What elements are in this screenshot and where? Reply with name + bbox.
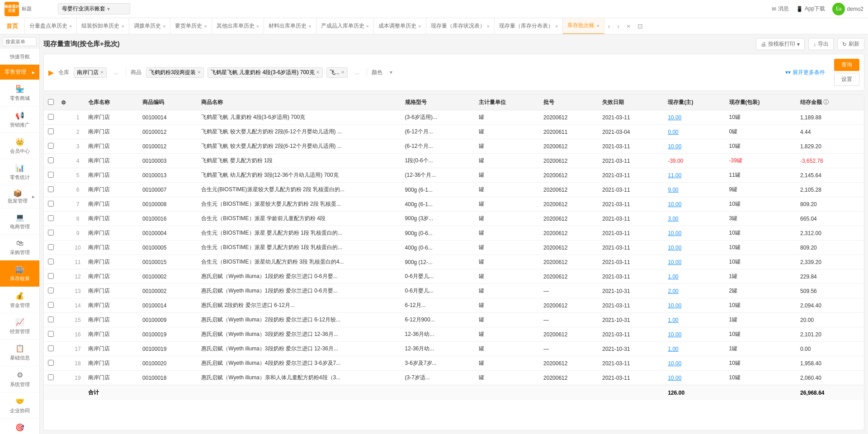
row-checkbox[interactable] [48,201,54,207]
tab-close-icon[interactable]: × [256,24,259,29]
row-checkbox[interactable] [48,230,54,236]
row-qty-main[interactable]: 11.00 [664,168,725,183]
row-qty-main[interactable]: 1.00 [664,313,725,327]
row-checkbox[interactable] [48,172,54,178]
row-checkbox[interactable] [48,244,54,250]
row-qty-main[interactable]: 0.00 [664,125,725,139]
sidebar-item-marketing[interactable]: 📢 营销推广 [0,107,39,133]
refresh-btn[interactable]: ↻ 刷新 [837,38,864,50]
row-checkbox[interactable] [48,360,54,366]
user-avatar[interactable]: Ea demo2 [832,3,863,15]
row-qty-main[interactable]: 3.00 [664,212,725,226]
product-tag-1[interactable]: 飞鹤奶粉3段两提装 × [146,67,204,78]
tab-close-icon[interactable]: × [418,24,421,29]
row-qty-main[interactable]: 9.00 [664,183,725,197]
sidebar-item-guide[interactable]: 🎯 新手引导 [0,419,39,434]
tab-expand-btn[interactable]: ⊡ [634,23,646,30]
row-qty-main[interactable]: 10.00 [664,298,725,313]
row-checkbox[interactable] [48,259,54,264]
sidebar-item-enterprise[interactable]: 🤝 企业协同 [0,392,39,419]
sidebar-item-member[interactable]: 👑 会员中心 [0,133,39,159]
sidebar-item-operations[interactable]: 📈 经营管理 [0,313,39,340]
tab-item[interactable]: 现存量（库存状况表） × [426,18,495,34]
tab-item[interactable]: 现存量（库存分布表） × [495,18,563,34]
row-qty-main[interactable]: -39.00 [664,154,725,168]
setting-btn[interactable]: 设置 [834,73,859,86]
row-checkbox[interactable] [48,374,54,380]
print-btn[interactable]: 🖨 按模板打印 ▾ [756,38,805,50]
tab-item[interactable]: 组装拆卸单历史 × [77,18,129,34]
tab-item[interactable]: 材料出库单历史 × [264,18,316,34]
row-checkbox[interactable] [48,128,54,134]
tab-close-icon[interactable]: × [487,24,490,29]
row-checkbox[interactable] [48,114,54,120]
product-tag-2[interactable]: 飞鹤星飞帆 儿童奶粉 4段(3-6岁适用) 700克 × [208,67,323,78]
tag-close-icon[interactable]: × [316,69,320,75]
tab-close-icon[interactable]: × [163,24,165,29]
row-qty-main[interactable]: 10.00 [664,356,725,371]
export-btn[interactable]: ↓ 导出 [808,38,834,50]
sidebar-item-system[interactable]: ⚙ 系统管理 [0,366,39,392]
sidebar-item-retail-mall[interactable]: 🏪 零售商城 [0,80,39,106]
tab-item[interactable]: 要货单历史 × [170,18,212,34]
expand-conditions-btn[interactable]: ▾▾ 展开更多条件 [785,69,825,76]
row-checkbox[interactable] [48,157,54,163]
tab-close-icon[interactable]: × [366,24,369,29]
tab-item[interactable]: 分量盘点单历史 × [25,18,77,34]
select-all-checkbox[interactable] [48,99,54,105]
tab-item[interactable]: 调拨单历史 × [129,18,170,34]
org-selector[interactable]: 母婴行业演示账套 ▾ [58,3,130,14]
tag-close-icon[interactable]: × [341,69,344,75]
row-checkbox[interactable] [48,316,54,322]
row-qty-main[interactable]: 1.00 [664,269,725,284]
sidebar-item-retail-mgmt[interactable]: 零售管理 ▸ [0,65,39,80]
sidebar-item-inventory[interactable]: 🏬 库存核算 [0,260,39,287]
tab-prev-btn[interactable]: ‹ [604,23,614,30]
sidebar-item-finance[interactable]: 💰 资金管理 [0,287,39,313]
tab-close-icon[interactable]: × [308,24,311,29]
tag-close-icon[interactable]: × [100,69,104,75]
sidebar-item-wholesale[interactable]: 📦 批发管理 ▸ [0,185,39,208]
row-checkbox[interactable] [48,302,54,308]
tab-close-all-btn[interactable]: × [623,23,634,30]
tab-item[interactable]: 其他出库单历史 × [212,18,264,34]
more-warehouse-btn[interactable]: ... [111,68,121,76]
row-qty-main[interactable]: 10.00 [664,139,725,154]
warehouse-tag[interactable]: 南岸门店 × [74,67,107,78]
settings-icon[interactable]: ⚙ [61,99,66,106]
row-qty-main[interactable]: 10.00 [664,371,725,385]
sidebar-item-purchase[interactable]: 🛍 采购管理 [0,235,39,260]
row-qty-main[interactable]: 2.00 [664,284,725,298]
row-checkbox[interactable] [48,288,54,293]
product-tag-more[interactable]: 飞... × [326,67,348,78]
row-qty-main[interactable]: 10.00 [664,197,725,212]
tab-item[interactable]: 产成品入库单历史 × [316,18,374,34]
more-product-btn[interactable]: ... [352,68,362,76]
row-qty-main[interactable]: 10.00 [664,327,725,342]
row-qty-main[interactable]: 10.00 [664,110,725,125]
app-download-btn[interactable]: 📱 App下载 [796,5,825,13]
search-input[interactable] [3,37,37,46]
row-checkbox[interactable] [48,273,54,279]
tab-close-icon[interactable]: × [204,24,207,29]
tab-item[interactable]: 成本调整单历史 × [374,18,426,34]
tab-current[interactable]: 库存批次账 × [563,18,604,34]
tab-close-icon[interactable]: × [555,24,558,29]
row-checkbox[interactable] [48,331,54,337]
tag-close-icon[interactable]: × [198,69,201,75]
row-checkbox[interactable] [48,345,54,351]
tab-close-icon[interactable]: × [69,24,72,29]
tab-next-btn[interactable]: › [613,23,623,30]
row-qty-main[interactable]: 1.00 [664,342,725,356]
query-btn[interactable]: 查询 [834,59,859,71]
row-qty-main[interactable]: 10.00 [664,226,725,241]
sidebar-item-basic-info[interactable]: 📋 基础信息 [0,340,39,366]
expand-filter-btn[interactable]: ▶ [48,68,54,77]
sidebar-item-ecommerce[interactable]: 💻 电商管理 [0,208,39,235]
color-dropdown-icon[interactable]: ▾ [390,69,392,75]
tab-close-icon[interactable]: × [596,23,599,28]
message-btn[interactable]: ✉ 消息 [772,5,789,13]
row-checkbox[interactable] [48,215,54,221]
sidebar-item-retail-stats[interactable]: 📊 零售统计 [0,159,39,185]
row-qty-main[interactable]: 10.00 [664,255,725,269]
